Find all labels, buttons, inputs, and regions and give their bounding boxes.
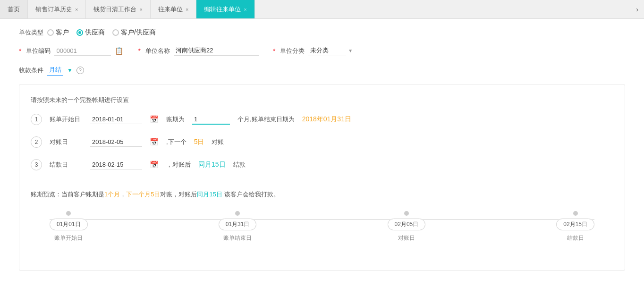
unit-name-input[interactable]: [174, 46, 259, 56]
tab-home[interactable]: 首页: [0, 0, 28, 18]
unit-type-label: 单位类型: [19, 28, 43, 37]
timeline-label-3: 对账日: [398, 234, 415, 242]
step1-num: 1: [31, 114, 42, 125]
step2-suffix-highlight: 5日: [194, 138, 204, 146]
radio-supplier[interactable]: 供应商: [76, 28, 105, 37]
tab-partner-units-close[interactable]: ×: [186, 7, 188, 12]
unit-category-group: * 单位分类 未分类 ▼: [273, 45, 353, 56]
step1-date-input[interactable]: [90, 115, 142, 124]
step1-calendar-icon[interactable]: 📅: [150, 115, 159, 124]
timeline-point-2: 01月31日 账单结束日: [219, 211, 257, 242]
step3-date-input[interactable]: [90, 160, 142, 169]
timeline-dot-3: [404, 211, 409, 216]
radio-customer[interactable]: 客户: [47, 28, 69, 37]
settings-box: 请按照未来的一个完整帐期进行设置 1 账单开始日 📅 账期为 个月,账单结束日期…: [19, 84, 625, 271]
timeline-point-4: 02月15日 结款日: [556, 211, 594, 242]
radio-customer-label: 客户: [56, 28, 69, 37]
preview-sep2: 对账，对账后: [160, 191, 197, 198]
timeline-point-1: 01月01日 账单开始日: [50, 211, 88, 242]
tab-sales-history-close[interactable]: ×: [75, 7, 78, 12]
step2-calendar-icon[interactable]: 📅: [150, 138, 159, 146]
unit-name-star: *: [138, 47, 140, 55]
step3-calendar-icon[interactable]: 📅: [150, 160, 159, 169]
radio-customer-supplier-label: 客户/供应商: [121, 28, 156, 37]
tab-partner-units[interactable]: 往来单位 ×: [151, 0, 196, 18]
step2-suffix-pre: ,下一个: [166, 138, 186, 146]
tab-overflow-arrow[interactable]: ›: [630, 0, 644, 18]
payment-condition-value[interactable]: 月结: [47, 65, 63, 76]
timeline-dot-1: [66, 211, 71, 216]
unit-category-star: *: [273, 47, 275, 55]
unit-code-icon[interactable]: 📋: [115, 47, 124, 55]
tab-cash-daily[interactable]: 钱货日清工作台 ×: [86, 0, 150, 18]
preview-sep1: ，: [120, 191, 126, 198]
step3-suffix-pre: ，对账后: [166, 160, 191, 169]
tab-bar: 首页 销售订单历史 × 钱货日清工作台 × 往来单位 × 编辑往来单位 × ›: [0, 0, 644, 19]
unit-info-row: * 单位编码 📋 * 单位名称 * 单位分类 未分类 ▼: [19, 45, 625, 56]
step1-period-label: 账期为: [166, 115, 185, 124]
unit-code-star: *: [19, 47, 21, 55]
preview-prefix: 账期预览：当前客户账期是: [31, 191, 104, 198]
unit-type-group: 单位类型 客户 供应商 客户/供应商: [19, 28, 156, 37]
unit-category-label: 单位分类: [280, 47, 305, 55]
unit-name-label: 单位名称: [145, 47, 170, 55]
step1-row: 1 账单开始日 📅 账期为 个月,账单结束日期为 2018年01月31日: [31, 114, 613, 125]
timeline-dot-4: [573, 211, 578, 216]
timeline-point-3: 02月05日 对账日: [388, 211, 426, 242]
step1-label: 账单开始日: [50, 115, 83, 124]
step2-label: 对账日: [50, 138, 83, 146]
radio-supplier-label: 供应商: [85, 28, 105, 37]
step2-num: 2: [31, 136, 42, 148]
step1-period-end: 2018年01月31日: [302, 115, 351, 124]
timeline-points: 01月01日 账单开始日 01月31日 账单结束日 02月05日 对账日: [31, 211, 613, 242]
payment-dropdown-caret-icon[interactable]: ▼: [67, 67, 73, 74]
timeline-badge-3: 02月05日: [388, 219, 426, 230]
radio-customer-supplier[interactable]: 客户/供应商: [112, 28, 156, 37]
payment-condition-label: 收款条件: [19, 66, 43, 75]
unit-code-label: 单位编码: [26, 47, 51, 55]
timeline-label-4: 结款日: [567, 234, 584, 242]
main-content: 单位类型 客户 供应商 客户/供应商 * 单位编码: [0, 19, 644, 287]
step2-suffix-post: 对账: [212, 138, 224, 146]
tab-edit-partner[interactable]: 编辑往来单位 ×: [196, 0, 254, 18]
radio-customer-supplier-circle: [112, 29, 119, 36]
step3-suffix-highlight: 同月15日: [198, 160, 226, 169]
unit-category-caret-icon: ▼: [348, 48, 353, 53]
timeline-badge-2: 01月31日: [219, 219, 257, 230]
preview-text: 账期预览：当前客户账期是1个月，下一个月5日对账，对账后同月15日 该客户会给我…: [31, 190, 613, 200]
step1-period-suffix: 个月,账单结束日期为: [237, 115, 295, 124]
step3-label: 结款日: [50, 160, 83, 169]
radio-customer-circle: [47, 29, 54, 36]
preview-part1: 1个月: [104, 191, 120, 198]
step2-row: 2 对账日 📅 ,下一个 5日 对账: [31, 136, 613, 148]
step3-num: 3: [31, 159, 42, 170]
radio-supplier-circle: [76, 29, 83, 36]
step2-date-input[interactable]: [90, 137, 142, 147]
unit-code-input[interactable]: [54, 46, 111, 56]
step3-row: 3 结款日 📅 ，对账后 同月15日 结款: [31, 159, 613, 170]
unit-name-group: * 单位名称: [138, 46, 258, 56]
step1-period-input[interactable]: [192, 115, 230, 125]
payment-condition-row: 收款条件 月结 ▼ ?: [19, 65, 625, 76]
help-icon[interactable]: ?: [76, 67, 84, 74]
preview-part3: 同月15日: [197, 191, 222, 198]
timeline-badge-1: 01月01日: [50, 219, 88, 230]
unit-type-row: 单位类型 客户 供应商 客户/供应商: [19, 28, 625, 37]
timeline-container: 01月01日 账单开始日 01月31日 账单结束日 02月05日 对账日: [31, 211, 613, 242]
timeline-label-2: 账单结束日: [223, 234, 252, 242]
unit-category-value: 未分类: [308, 45, 346, 56]
preview-suffix: 该客户会给我打款。: [224, 191, 280, 198]
settings-hint: 请按照未来的一个完整帐期进行设置: [31, 96, 613, 104]
timeline-label-1: 账单开始日: [54, 234, 83, 242]
unit-code-group: * 单位编码 📋: [19, 46, 124, 56]
timeline-dot-2: [235, 211, 240, 216]
unit-type-radios: 客户 供应商 客户/供应商: [47, 28, 156, 37]
step3-suffix-post: 结款: [233, 160, 246, 169]
tab-sales-history[interactable]: 销售订单历史 ×: [28, 0, 86, 18]
tab-edit-partner-close[interactable]: ×: [244, 7, 246, 12]
unit-category-dropdown[interactable]: 未分类 ▼: [308, 45, 353, 56]
tab-cash-daily-close[interactable]: ×: [139, 7, 142, 12]
preview-part2: 下一个月5日: [126, 191, 160, 198]
timeline-badge-4: 02月15日: [556, 219, 594, 230]
